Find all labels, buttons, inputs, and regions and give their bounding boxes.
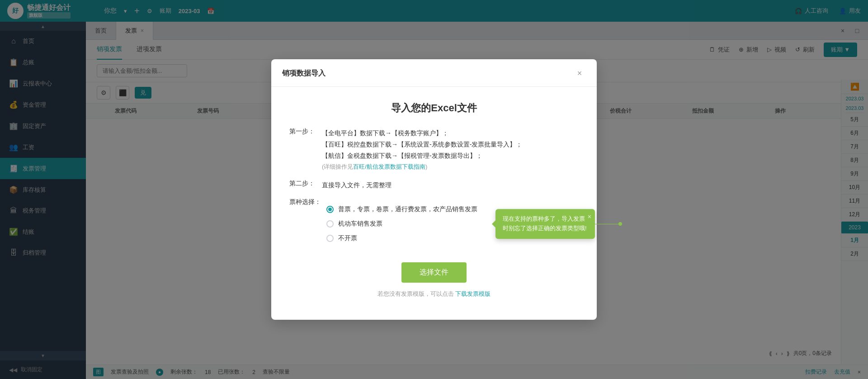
radio-option-1[interactable]: 普票，专票，卷票，通行费发票，农产品销售发票 [326, 205, 477, 213]
radio-group: 普票，专票，卷票，通行费发票，农产品销售发票 机动车销售发票 [326, 205, 477, 242]
step1-note: (详细操作见百旺/航信发票数据下载指南) [322, 161, 522, 172]
radio-circle-2[interactable] [326, 220, 334, 227]
radio-label-2: 机动车销售发票 [338, 220, 382, 228]
radio-circle-1[interactable] [326, 206, 334, 213]
radio-option-3[interactable]: 不开票 [326, 234, 477, 242]
radio-dot-1 [328, 208, 332, 211]
radio-label-3: 不开票 [338, 234, 357, 242]
import-modal: 销项数据导入 × 导入您的Excel文件 第一步： 【全电平台】数据下载→【税务… [271, 59, 597, 320]
radio-label-1: 普票，专票，卷票，通行费发票，农产品销售发票 [338, 205, 477, 213]
modal-close-button[interactable]: × [573, 67, 586, 80]
modal-body: 导入您的Excel文件 第一步： 【全电平台】数据下载→【税务数字账户】； 【百… [271, 87, 597, 320]
step1-line1: 【全电平台】数据下载→【税务数字账户】； [322, 128, 522, 139]
modal-header: 销项数据导入 × [271, 59, 597, 87]
modal-main-title: 导入您的Excel文件 [289, 101, 579, 115]
download-template-link[interactable]: 下载发票模版 [455, 290, 491, 297]
footer-note-text: 若您没有发票模版，可以点击 [377, 290, 454, 297]
step1-content: 【全电平台】数据下载→【税务数字账户】； 【百旺】税控盘数据下载→【系统设置-系… [322, 128, 522, 172]
guide-link[interactable]: 百旺/航信发票数据下载指南 [353, 163, 425, 170]
radio-circle-3[interactable] [326, 235, 334, 242]
tooltip-bubble: × 现在支持的票种多了，导入发票时别忘了选择正确的发票类型哦! [495, 209, 595, 239]
select-file-button[interactable]: 选择文件 [401, 262, 467, 283]
step2-label: 第二步： [289, 180, 316, 191]
tooltip-close-button[interactable]: × [588, 212, 591, 222]
ticket-label: 票种选择： [289, 198, 321, 206]
modal-overlay: 销项数据导入 × 导入您的Excel文件 第一步： 【全电平台】数据下载→【税务… [0, 0, 868, 379]
radio-option-2[interactable]: 机动车销售发票 × 现在支持的票种多了，导入发票时别忘了选择正确的发票类型哦! [326, 220, 477, 228]
step1-row: 第一步： 【全电平台】数据下载→【税务数字账户】； 【百旺】税控盘数据下载→【系… [289, 128, 579, 172]
step1-line2: 【百旺】税控盘数据下载→【系统设置-系统参数设置-发票批量导入】； [322, 139, 522, 150]
modal-title: 销项数据导入 [282, 69, 326, 78]
ticket-type-row: 票种选择： 普票，专票，卷票，通行费发票，农产品销售发票 机动车销售发票 [289, 198, 579, 250]
step1-line3: 【航信】金税盘数据下载→【报税管理-发票数据导出】； [322, 150, 522, 161]
modal-footer-note: 若您没有发票模版，可以点击 下载发票模版 [289, 290, 579, 305]
step2-row: 第二步： 直接导入文件，无需整理 [289, 180, 579, 191]
tooltip-text: 现在支持的票种多了，导入发票时别忘了选择正确的发票类型哦! [503, 215, 587, 232]
step2-content: 直接导入文件，无需整理 [322, 180, 392, 191]
step1-label: 第一步： [289, 128, 316, 172]
